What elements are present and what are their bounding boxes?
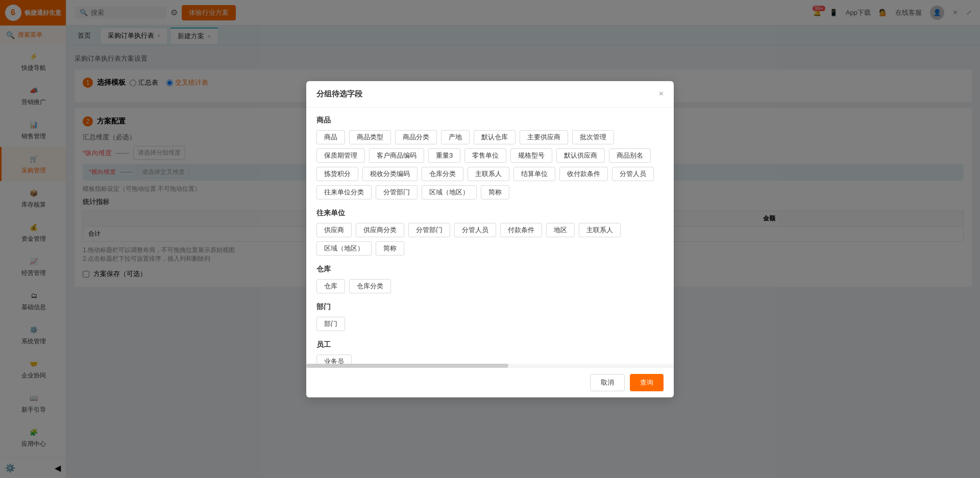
field-tag[interactable]: 仓库分类 — [349, 279, 391, 293]
field-tag[interactable]: 业务员 — [316, 355, 352, 364]
dialog-body: 商品商品商品类型商品分类产地默认仓库主要供应商批次管理保质期管理客户商品编码重量… — [306, 108, 674, 364]
field-tag[interactable]: 产地 — [441, 130, 470, 144]
field-tag[interactable]: 仓库分类 — [422, 167, 463, 181]
field-tag[interactable]: 付款条件 — [500, 223, 542, 237]
field-tag[interactable]: 批次管理 — [572, 130, 614, 144]
field-section-goods: 商品商品商品类型商品分类产地默认仓库主要供应商批次管理保质期管理客户商品编码重量… — [316, 116, 664, 199]
dialog-title: 分组待选字段 — [316, 89, 362, 99]
field-tag[interactable]: 分管部门 — [408, 223, 450, 237]
field-tag[interactable]: 简称 — [376, 241, 404, 256]
field-tag[interactable]: 部门 — [316, 317, 345, 331]
field-tag[interactable]: 主联系人 — [468, 167, 509, 181]
dialog-footer: 取消 查询 — [306, 367, 674, 397]
field-tag[interactable]: 分管人员 — [612, 167, 654, 181]
field-tag[interactable]: 拣货积分 — [316, 167, 358, 181]
modal-overlay: 分组待选字段 × 商品商品商品类型商品分类产地默认仓库主要供应商批次管理保质期管… — [0, 0, 980, 478]
field-section-partners: 往来单位供应商供应商分类分管部门分管人员付款条件地区主联系人区域（地区）简称 — [316, 209, 664, 256]
section-title-department: 部门 — [316, 303, 664, 312]
section-title-employee: 员工 — [316, 340, 664, 349]
field-tag[interactable]: 简称 — [481, 185, 509, 199]
field-tag[interactable]: 商品类型 — [349, 130, 391, 144]
scrollbar-thumb — [306, 364, 508, 368]
field-tag[interactable]: 往来单位分类 — [316, 185, 372, 199]
field-tags-employee: 业务员 — [316, 355, 664, 364]
field-tag[interactable]: 区域（地区） — [316, 241, 372, 256]
field-tags-department: 部门 — [316, 317, 664, 331]
section-title-goods: 商品 — [316, 116, 664, 125]
field-section-department: 部门部门 — [316, 303, 664, 331]
field-tag[interactable]: 分管人员 — [454, 223, 496, 237]
field-tag[interactable]: 商品分类 — [395, 130, 437, 144]
field-tag[interactable]: 分管部门 — [376, 185, 418, 199]
field-tag[interactable]: 收付款条件 — [559, 167, 608, 181]
confirm-button[interactable]: 查询 — [630, 374, 664, 391]
field-tag[interactable]: 客户商品编码 — [369, 148, 424, 163]
field-tags-partners: 供应商供应商分类分管部门分管人员付款条件地区主联系人区域（地区）简称 — [316, 223, 664, 256]
field-tag[interactable]: 重量3 — [428, 148, 460, 163]
field-tag[interactable]: 商品别名 — [609, 148, 651, 163]
field-tag[interactable]: 税收分类编码 — [362, 167, 418, 181]
cancel-button[interactable]: 取消 — [590, 374, 625, 391]
field-tag[interactable]: 结算单位 — [513, 167, 555, 181]
field-section-warehouse: 仓库仓库仓库分类 — [316, 265, 664, 293]
field-tag[interactable]: 仓库 — [316, 279, 345, 293]
section-title-warehouse: 仓库 — [316, 265, 664, 274]
field-tag[interactable]: 默认仓库 — [474, 130, 516, 144]
dialog-header: 分组待选字段 × — [306, 81, 674, 108]
field-tags-goods: 商品商品类型商品分类产地默认仓库主要供应商批次管理保质期管理客户商品编码重量3零… — [316, 130, 664, 199]
field-section-employee: 员工业务员 — [316, 340, 664, 364]
field-tags-warehouse: 仓库仓库分类 — [316, 279, 664, 293]
field-tag[interactable]: 默认供应商 — [556, 148, 605, 163]
field-tag[interactable]: 零售单位 — [464, 148, 506, 163]
dialog-close-icon[interactable]: × — [659, 89, 664, 98]
field-tag[interactable]: 地区 — [546, 223, 575, 237]
field-tag[interactable]: 主要供应商 — [520, 130, 568, 144]
field-selection-dialog: 分组待选字段 × 商品商品商品类型商品分类产地默认仓库主要供应商批次管理保质期管… — [306, 81, 674, 397]
horizontal-scrollbar[interactable] — [306, 364, 674, 367]
field-tag[interactable]: 供应商 — [316, 223, 352, 237]
field-tag[interactable]: 规格型号 — [510, 148, 552, 163]
section-title-partners: 往来单位 — [316, 209, 664, 218]
field-tag[interactable]: 供应商分类 — [356, 223, 404, 237]
field-tag[interactable]: 区域（地区） — [422, 185, 477, 199]
field-tag[interactable]: 保质期管理 — [316, 148, 365, 163]
field-tag[interactable]: 商品 — [316, 130, 345, 144]
field-tag[interactable]: 主联系人 — [579, 223, 621, 237]
